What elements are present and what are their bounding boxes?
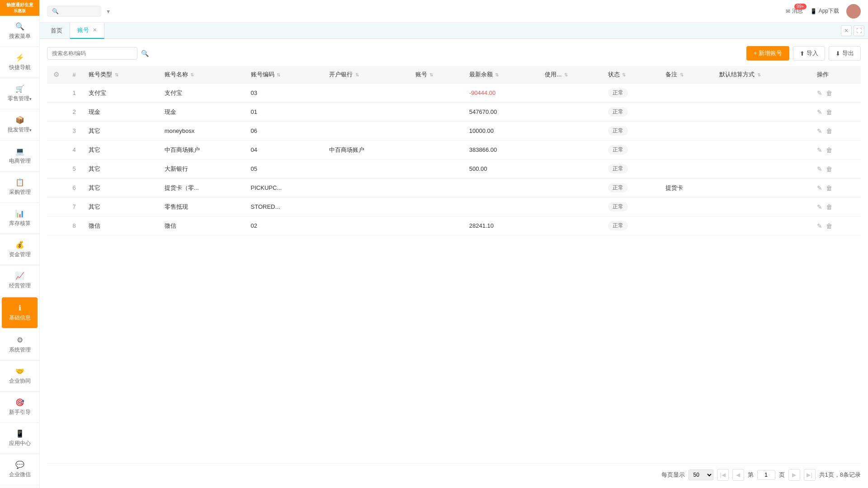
- edit-button[interactable]: ✎: [817, 203, 822, 211]
- sidebar-label-search-menu: 搜索菜单: [9, 33, 31, 39]
- search-button[interactable]: 🔍: [141, 50, 149, 57]
- tab-label-account: 账号: [77, 26, 89, 34]
- delete-button[interactable]: 🗑: [826, 165, 832, 173]
- content-area: 🔍 + 新增账号 ⬆ 导入 ⬇ 导出 ⚙ #: [40, 39, 868, 488]
- first-page-button[interactable]: |◀: [717, 469, 729, 481]
- row-note: [660, 216, 714, 235]
- sidebar-label-enterprise-agreement: 企业协同: [9, 378, 31, 384]
- edit-button[interactable]: ✎: [817, 222, 822, 230]
- row-note: 提货卡: [660, 178, 714, 197]
- app-download-button[interactable]: 📱 App下载: [810, 7, 839, 15]
- row-settings: [47, 216, 65, 235]
- sidebar-label-app-center: 应用中心: [9, 440, 31, 446]
- row-name: 支付宝: [159, 84, 245, 103]
- sidebar-item-new-guide[interactable]: 🎯新手引导: [0, 392, 39, 423]
- sidebar-item-inventory[interactable]: 📊库存核算: [0, 203, 39, 234]
- col-type[interactable]: 账号类型 ⇅: [83, 66, 159, 84]
- sidebar-item-ecommerce-mgmt[interactable]: 💻电商管理: [0, 141, 39, 172]
- import-button[interactable]: ⬆ 导入: [793, 46, 825, 61]
- delete-button[interactable]: 🗑: [826, 108, 832, 116]
- edit-button[interactable]: ✎: [817, 165, 822, 173]
- table-body: 1 支付宝 支付宝 03 -90444.00 正常 ✎ 🗑 2 现金 现金 01…: [47, 84, 861, 235]
- sidebar-item-capital-mgmt[interactable]: 💰资金管理: [0, 234, 39, 265]
- row-action: ✎ 🗑: [811, 141, 861, 160]
- row-num: 4: [65, 141, 83, 160]
- delete-button[interactable]: 🗑: [826, 89, 832, 97]
- column-settings-icon[interactable]: ⚙: [53, 70, 59, 78]
- row-bank: [324, 160, 410, 178]
- sidebar-item-app-center[interactable]: 📱应用中心: [0, 423, 39, 454]
- sort-account-icon: ⇅: [429, 72, 433, 77]
- close-tab-account[interactable]: ✕: [93, 27, 97, 33]
- delete-button[interactable]: 🗑: [826, 222, 832, 230]
- sidebar-item-wholesale-mgmt[interactable]: 📦批发管理▾: [0, 109, 39, 141]
- header-search[interactable]: 🔍: [47, 6, 101, 17]
- close-tab-button[interactable]: ✕: [841, 25, 852, 36]
- sidebar-item-operations-mgmt[interactable]: 📈经营管理: [0, 265, 39, 296]
- row-note: [660, 141, 714, 160]
- col-status[interactable]: 状态 ⇅: [603, 66, 660, 84]
- col-note[interactable]: 备注 ⇅: [660, 66, 714, 84]
- edit-button[interactable]: ✎: [817, 108, 822, 116]
- search-group: 🔍: [47, 47, 149, 60]
- row-usage: [539, 178, 602, 197]
- sidebar-icon-wholesale-mgmt: 📦: [4, 116, 36, 124]
- sidebar-item-system-mgmt[interactable]: ⚙系统管理: [0, 329, 39, 361]
- sidebar-item-enterprise-agreement[interactable]: 🤝企业协同: [0, 361, 39, 392]
- sidebar-icon-app-center: 📱: [4, 429, 36, 438]
- page-size-select[interactable]: 50 100: [689, 469, 713, 480]
- col-usage[interactable]: 使用... ⇅: [539, 66, 602, 84]
- sort-bank-icon: ⇅: [355, 72, 359, 77]
- sidebar-label-new-guide: 新手引导: [9, 409, 31, 415]
- row-payment: [714, 122, 811, 141]
- edit-button[interactable]: ✎: [817, 127, 822, 135]
- row-code: 03: [245, 84, 324, 103]
- delete-button[interactable]: 🗑: [826, 184, 832, 192]
- delete-button[interactable]: 🗑: [826, 146, 832, 154]
- sidebar-item-search-menu[interactable]: 🔍搜索菜单: [0, 16, 39, 47]
- col-balance[interactable]: 最新余额 ⇅: [464, 66, 540, 84]
- edit-button[interactable]: ✎: [817, 146, 822, 154]
- delete-button[interactable]: 🗑: [826, 203, 832, 211]
- tab-home[interactable]: 首页: [43, 23, 70, 39]
- sidebar-item-basic-info[interactable]: ℹ基础信息: [2, 297, 38, 328]
- maximize-tab-button[interactable]: ⛶: [854, 25, 864, 36]
- sidebar-item-quick-nav[interactable]: ⚡快捷导航: [0, 47, 39, 78]
- search-input[interactable]: [47, 47, 137, 60]
- col-name[interactable]: 账号名称 ⇅: [159, 66, 245, 84]
- user-avatar[interactable]: [846, 4, 861, 19]
- row-type: 其它: [83, 141, 159, 160]
- last-page-button[interactable]: ▶|: [804, 469, 816, 481]
- logo-sub: 乐惠版: [14, 8, 26, 14]
- sidebar-item-purchase-mgmt[interactable]: 📋采购管理: [0, 172, 39, 203]
- row-code: 05: [245, 160, 324, 178]
- sidebar-label-enterprise-wechat: 企业微信: [9, 471, 31, 478]
- delete-button[interactable]: 🗑: [826, 127, 832, 135]
- tab-account[interactable]: 账号✕: [70, 23, 104, 39]
- status-badge: 正常: [608, 202, 628, 211]
- export-button[interactable]: ⬇ 导出: [829, 46, 861, 61]
- sidebar-item-retail-mgmt[interactable]: 🛒零售管理▾: [0, 78, 39, 109]
- col-payment[interactable]: 默认结算方式 ⇅: [714, 66, 811, 84]
- col-code[interactable]: 账号编码 ⇅: [245, 66, 324, 84]
- row-name: moneybosx: [159, 122, 245, 141]
- row-code: STORED...: [245, 197, 324, 216]
- row-account: [410, 103, 464, 122]
- col-bank[interactable]: 开户银行 ⇅: [324, 66, 410, 84]
- sidebar-label-ecommerce-mgmt: 电商管理: [9, 158, 31, 164]
- new-account-button[interactable]: + 新增账号: [746, 46, 789, 61]
- next-page-button[interactable]: ▶: [788, 469, 800, 481]
- page-suffix: 页: [779, 471, 785, 479]
- sidebar-item-enterprise-wechat[interactable]: 💬企业微信: [0, 454, 39, 485]
- messages-button[interactable]: ✉ 消息 99+: [786, 7, 803, 15]
- edit-button[interactable]: ✎: [817, 184, 822, 192]
- row-usage: [539, 216, 602, 235]
- edit-button[interactable]: ✎: [817, 89, 822, 97]
- prev-page-button[interactable]: ◀: [732, 469, 744, 481]
- page-input[interactable]: [757, 470, 775, 480]
- col-settings[interactable]: ⚙: [47, 66, 65, 84]
- dropdown-icon[interactable]: ▾: [107, 8, 110, 15]
- sidebar-item-member[interactable]: 👑畅会员: [0, 485, 39, 488]
- col-account[interactable]: 账号 ⇅: [410, 66, 464, 84]
- import-icon: ⬆: [800, 50, 805, 57]
